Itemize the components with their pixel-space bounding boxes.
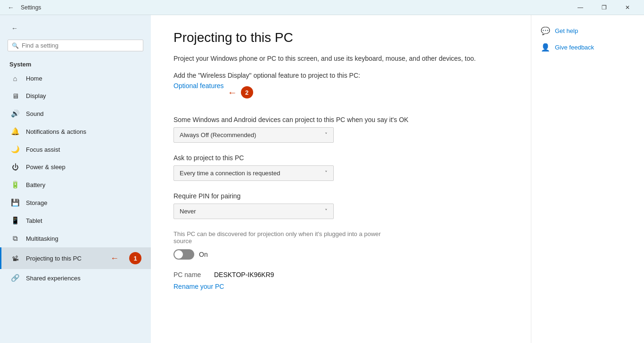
dropdown2-arrow-icon: ˅ [325,170,328,176]
sidebar-label-battery: Battery [26,181,141,188]
pc-name-row: PC name DESKTOP-IK96KR9 [173,271,508,278]
badge-1: 1 [129,252,141,264]
shared-nav-icon: 🔗 [11,274,19,282]
app-container: ← 🔍 System ⌂Home🖥Display🔊Sound🔔Notificat… [0,15,644,343]
title-bar-left: ← Settings [6,2,41,13]
sidebar-header: ← [0,15,151,38]
notifications-nav-icon: 🔔 [11,127,19,136]
display-nav-icon: 🖥 [11,92,19,100]
home-nav-icon: ⌂ [11,74,19,82]
title-bar-controls: — ❐ ✕ [570,0,638,15]
search-input[interactable] [22,42,139,49]
dropdown1-arrow-icon: ˅ [325,132,328,138]
dropdown3-arrow-icon: ˅ [325,208,328,214]
maximize-button[interactable]: ❐ [593,0,615,15]
rename-pc-link[interactable]: Rename your PC [173,283,224,290]
sidebar-item-tablet[interactable]: 📱Tablet [0,212,151,229]
back-button[interactable]: ← [6,2,16,13]
toggle-thumb [174,250,183,259]
ask-to-project-dropdown[interactable]: Every time a connection is requested ˅ [173,165,334,181]
sidebar-label-home: Home [26,75,141,82]
sidebar-label-shared: Shared experiences [26,275,141,282]
sidebar-back-button[interactable]: ← [9,23,20,34]
sidebar-item-shared[interactable]: 🔗Shared experiences [0,269,151,287]
get-help-icon: 💬 [541,26,550,35]
title-bar: ← Settings — ❐ ✕ [0,0,644,15]
left-arrow-annotation: ← [228,87,237,98]
toggle-state-label: On [199,251,208,258]
sidebar-item-power[interactable]: ⏻Power & sleep [0,158,151,176]
some-devices-text: Some Windows and Android devices can pro… [173,116,508,123]
nav-list: ⌂Home🖥Display🔊Sound🔔Notifications & acti… [0,70,151,287]
pc-name-label: PC name [173,271,206,278]
toggle-description: This PC can be discovered for projection… [173,230,381,245]
give-feedback-icon: 👤 [541,43,550,52]
sidebar-item-storage[interactable]: 💾Storage [0,194,151,212]
pc-name-value: DESKTOP-IK96KR9 [214,271,274,278]
sidebar-item-multitasking[interactable]: ⧉Multitasking [0,229,151,247]
close-button[interactable]: ✕ [617,0,638,15]
sound-nav-icon: 🔊 [11,109,19,118]
system-label: System [0,57,151,70]
sidebar-arrow-annotation: ← [110,253,119,263]
sidebar-label-multitasking: Multitasking [26,235,141,242]
page-title: Projecting to this PC [173,30,508,45]
minimize-button[interactable]: — [570,0,591,15]
help-panel: 💬 Get help 👤 Give feedback [531,15,644,343]
sidebar-label-focus: Focus assist [26,146,141,153]
power-source-toggle[interactable] [173,249,194,260]
power-nav-icon: ⏻ [11,163,19,171]
search-box[interactable]: 🔍 [8,40,143,51]
sidebar-label-tablet: Tablet [26,217,141,224]
toggle-row: On [173,249,508,260]
search-icon: 🔍 [12,42,19,49]
sidebar-label-sound: Sound [26,110,141,117]
sidebar-label-projecting: Projecting to this PC [26,255,102,262]
toggle-section: This PC can be discovered for projection… [173,230,508,260]
sidebar-item-home[interactable]: ⌂Home [0,70,151,87]
ask-to-project-label: Ask to project to this PC [173,154,508,162]
description-text: Project your Windows phone or PC to this… [173,55,504,62]
optional-features-link[interactable]: Optional features [173,82,224,90]
sidebar-item-battery[interactable]: 🔋Battery [0,176,151,194]
tablet-nav-icon: 📱 [11,216,19,225]
availability-dropdown[interactable]: Always Off (Recommended) ˅ [173,127,334,143]
sidebar-label-notifications: Notifications & actions [26,128,141,135]
sidebar-item-notifications[interactable]: 🔔Notifications & actions [0,122,151,140]
main-content: Projecting to this PC Project your Windo… [151,15,531,343]
get-help-link[interactable]: 💬 Get help [541,26,635,35]
storage-nav-icon: 💾 [11,198,19,207]
sidebar-item-display[interactable]: 🖥Display [0,87,151,105]
sidebar: ← 🔍 System ⌂Home🖥Display🔊Sound🔔Notificat… [0,15,151,343]
sidebar-item-sound[interactable]: 🔊Sound [0,105,151,122]
focus-nav-icon: 🌙 [11,145,19,154]
give-feedback-link[interactable]: 👤 Give feedback [541,43,635,52]
projecting-nav-icon: 📽 [11,254,19,262]
sidebar-item-focus[interactable]: 🌙Focus assist [0,140,151,158]
sidebar-label-display: Display [26,92,141,99]
battery-nav-icon: 🔋 [11,180,19,189]
require-pin-label: Require PIN for pairing [173,192,508,200]
sidebar-item-projecting[interactable]: 📽Projecting to this PC←1 [0,247,151,269]
title-bar-title: Settings [21,4,41,11]
require-pin-dropdown[interactable]: Never ˅ [173,204,334,219]
sidebar-label-power: Power & sleep [26,163,141,171]
badge-2: 2 [241,86,253,98]
sidebar-label-storage: Storage [26,199,141,206]
multitasking-nav-icon: ⧉ [11,234,19,243]
add-feature-text: Add the "Wireless Display" optional feat… [173,72,508,79]
